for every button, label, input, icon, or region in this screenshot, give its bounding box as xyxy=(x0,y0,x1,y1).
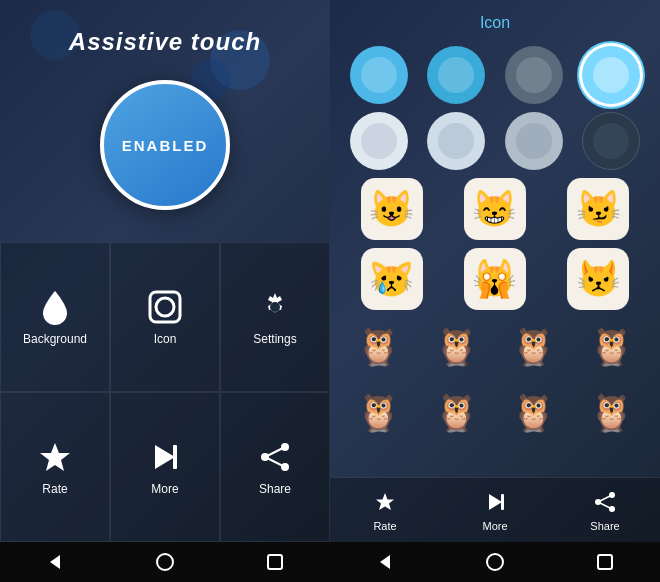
share-icon xyxy=(256,438,294,476)
svg-rect-25 xyxy=(598,555,612,569)
icon-circle-blue2[interactable] xyxy=(427,46,485,104)
icon-circle-white1[interactable] xyxy=(350,112,408,170)
icon-row-1 xyxy=(340,46,650,104)
star-icon xyxy=(36,438,74,476)
svg-rect-6 xyxy=(173,445,177,469)
square-circle-icon xyxy=(146,288,184,326)
bottom-nav-rate[interactable]: Rate xyxy=(330,478,440,542)
square-nav-icon[interactable] xyxy=(263,550,287,574)
icon-cat-mask[interactable]: 🙀 xyxy=(464,248,526,310)
icon-owl-2c[interactable]: 🦉 xyxy=(505,384,563,442)
icon-circle-gray[interactable] xyxy=(505,46,563,104)
svg-point-13 xyxy=(157,554,173,570)
icon-owl-2d[interactable]: 🦉 xyxy=(582,384,640,442)
menu-item-more[interactable]: More xyxy=(110,392,220,542)
menu-label-icon: Icon xyxy=(154,332,177,346)
menu-label-settings: Settings xyxy=(253,332,296,346)
back-nav-icon[interactable] xyxy=(43,550,67,574)
icon-owl-2a[interactable]: 🦉 xyxy=(350,384,408,442)
icon-owl-cool[interactable]: 🦉 xyxy=(427,318,485,376)
svg-marker-23 xyxy=(380,555,390,569)
icon-owl-angry[interactable]: 🦉 xyxy=(350,318,408,376)
menu-item-share[interactable]: Share xyxy=(220,392,330,542)
svg-line-11 xyxy=(265,457,285,467)
icon-row-cats1: 😺 😸 😼 xyxy=(340,178,650,240)
svg-point-24 xyxy=(487,554,503,570)
play-triangle-icon xyxy=(146,438,184,476)
svg-point-3 xyxy=(270,302,280,312)
icon-circle-whitegray[interactable] xyxy=(505,112,563,170)
right-home-nav-icon[interactable] xyxy=(483,550,507,574)
right-square-nav-icon[interactable] xyxy=(593,550,617,574)
icon-cat-cry[interactable]: 😿 xyxy=(361,248,423,310)
bottom-share-icon xyxy=(591,488,619,516)
icon-circle-white2[interactable] xyxy=(427,112,485,170)
bottom-play-icon xyxy=(481,488,509,516)
icon-circle-blue1[interactable] xyxy=(350,46,408,104)
svg-marker-15 xyxy=(376,493,394,510)
drop-icon xyxy=(36,288,74,326)
menu-label-rate: Rate xyxy=(42,482,67,496)
svg-point-1 xyxy=(156,298,174,316)
icon-owl-sleepy[interactable]: 🦉 xyxy=(505,318,563,376)
icon-circle-dark[interactable] xyxy=(582,112,640,170)
svg-rect-17 xyxy=(501,494,504,510)
icon-cat-tongue[interactable]: 😸 xyxy=(464,178,526,240)
icon-cat-shock[interactable]: 😾 xyxy=(567,248,629,310)
menu-label-share: Share xyxy=(259,482,291,496)
icon-owl-party[interactable]: 🦉 xyxy=(582,318,640,376)
app-title: Assistive touch xyxy=(69,28,261,56)
right-bottom-nav: Rate More xyxy=(330,477,660,542)
menu-label-more: More xyxy=(151,482,178,496)
menu-item-rate[interactable]: Rate xyxy=(0,392,110,542)
icon-grid: 😺 😸 😼 😿 🙀 😾 🦉 🦉 🦉 🦉 xyxy=(330,40,660,477)
right-nav-bar xyxy=(330,542,660,582)
svg-marker-5 xyxy=(155,445,175,469)
svg-line-22 xyxy=(598,502,612,509)
svg-marker-4 xyxy=(40,443,70,471)
svg-rect-14 xyxy=(268,555,282,569)
icon-row-2 xyxy=(340,112,650,170)
menu-item-background[interactable]: Background xyxy=(0,242,110,392)
menu-item-icon[interactable]: Icon xyxy=(110,242,220,392)
icon-row-cats2: 😿 🙀 😾 xyxy=(340,248,650,310)
gear-icon xyxy=(256,288,294,326)
icon-circle-selected[interactable] xyxy=(582,46,640,104)
svg-marker-12 xyxy=(50,555,60,569)
icon-panel-title: Icon xyxy=(330,0,660,40)
icon-cat-wink[interactable]: 😼 xyxy=(567,178,629,240)
svg-line-21 xyxy=(598,495,612,502)
right-back-nav-icon[interactable] xyxy=(373,550,397,574)
left-nav-bar xyxy=(0,542,330,582)
icon-row-owls2: 🦉 🦉 🦉 🦉 xyxy=(340,384,650,442)
svg-marker-16 xyxy=(489,494,502,510)
bottom-nav-share[interactable]: Share xyxy=(550,478,660,542)
menu-label-background: Background xyxy=(23,332,87,346)
home-nav-icon[interactable] xyxy=(153,550,177,574)
icon-owl-2b[interactable]: 🦉 xyxy=(427,384,485,442)
svg-line-10 xyxy=(265,447,285,457)
icon-row-owls1: 🦉 🦉 🦉 🦉 xyxy=(340,318,650,376)
menu-grid: Background Icon xyxy=(0,242,330,542)
menu-item-settings[interactable]: Settings xyxy=(220,242,330,392)
icon-cat-happy[interactable]: 😺 xyxy=(361,178,423,240)
enabled-button[interactable]: ENABLED xyxy=(100,80,230,210)
bottom-nav-share-label: Share xyxy=(590,520,619,532)
bottom-nav-more-label: More xyxy=(482,520,507,532)
bottom-star-icon xyxy=(371,488,399,516)
bottom-nav-rate-label: Rate xyxy=(373,520,396,532)
bottom-nav-more[interactable]: More xyxy=(440,478,550,542)
